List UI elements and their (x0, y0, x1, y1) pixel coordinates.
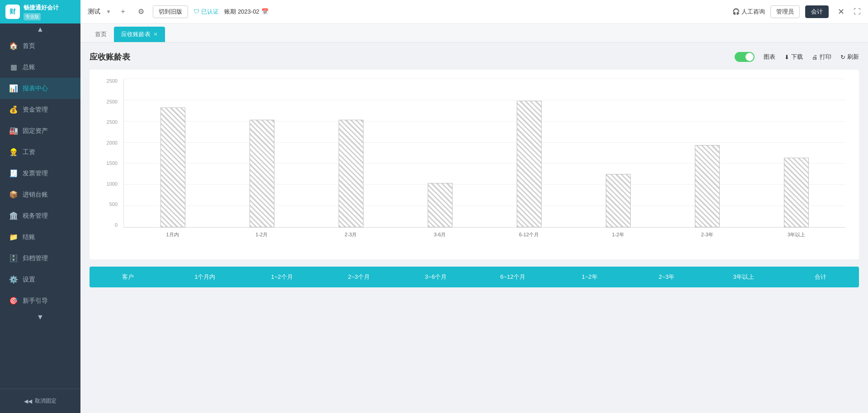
x-label-2-3month: 2-3月 (337, 231, 364, 238)
sidebar-item-fixed-assets[interactable]: 🏭 固定资产 (0, 120, 80, 141)
inventory-icon: 📦 (9, 190, 18, 199)
bar-2-3month (339, 120, 363, 227)
topbar-right: 🎧 人工咨询 管理员 会计 (732, 5, 829, 18)
sidebar-item-archive[interactable]: 🗄️ 归档管理 (0, 248, 80, 269)
sidebar-item-home[interactable]: 🏠 首页 (0, 35, 80, 56)
bar-6-12month (517, 101, 542, 227)
tab-aging-report[interactable]: 应收账龄表 ✕ (114, 27, 165, 42)
bar-1month (160, 108, 185, 227)
add-button[interactable]: ＋ (117, 5, 129, 18)
certified-badge: 🛡 已认证 (193, 8, 219, 16)
project-dropdown-icon[interactable]: ▼ (106, 9, 111, 15)
tab-home[interactable]: 首页 (88, 27, 114, 42)
certified-icon: 🛡 (193, 8, 199, 15)
main-area: 测试 ▼ ＋ ⚙ 切到旧版 🛡 已认证 账期 2023-02 📅 🎧 人工咨询 … (80, 0, 868, 413)
expand-window-button[interactable]: ⛶ (854, 8, 861, 16)
refresh-icon: ↻ (840, 54, 845, 61)
tab-close-button[interactable]: ✕ (153, 31, 158, 38)
x-label-2-3year: 2-3年 (693, 231, 721, 238)
project-name: 测试 (88, 8, 100, 16)
y-label-1000: 1000 (107, 182, 118, 187)
print-button[interactable]: 🖨 打印 (812, 53, 831, 61)
settings-button[interactable]: ⚙ (135, 5, 147, 18)
sidebar-item-settings[interactable]: ⚙️ 设置 (0, 269, 80, 290)
th-3-6month: 3~6个月 (397, 267, 474, 287)
sidebar-item-inventory[interactable]: 📦 进销台账 (0, 184, 80, 205)
accountant-button[interactable]: 会计 (805, 5, 829, 18)
download-button[interactable]: ⬇ 下载 (784, 53, 803, 61)
sidebar-item-label: 设置 (23, 276, 35, 284)
aging-table: 客户 1个月内 1~2个月 2~3个月 3~6个月 6~12个月 1~2年 2~… (90, 267, 859, 287)
x-label-6-12month: 6-12个月 (515, 231, 542, 238)
bar-1-2month (250, 120, 274, 227)
sidebar-item-guide[interactable]: 🎯 新手引导 (0, 290, 80, 311)
report-actions: 图表 ⬇ 下载 🖨 打印 ↻ 刷新 (735, 52, 859, 62)
pin-icon: ◀◀ (24, 398, 32, 404)
sidebar-item-invoice[interactable]: 🧾 发票管理 (0, 163, 80, 184)
th-1-2month: 1~2个月 (243, 267, 320, 287)
report-title: 应收账龄表 (90, 52, 735, 62)
print-icon: 🖨 (812, 54, 818, 61)
th-total: 合计 (782, 267, 859, 287)
sidebar-item-funds[interactable]: 💰 资金管理 (0, 99, 80, 120)
consult-button[interactable]: 🎧 人工咨询 (732, 8, 765, 16)
app-logo-icon: 财 (5, 5, 20, 19)
x-label-3plus: 3年以上 (783, 231, 810, 238)
bar-1-2year (606, 174, 631, 227)
reports-icon: 📊 (9, 84, 18, 93)
tabbar: 首页 应收账龄表 ✕ (80, 23, 868, 42)
scroll-down-arrow[interactable]: ▼ (0, 311, 80, 323)
y-label-500: 500 (109, 202, 118, 207)
sidebar-item-label: 工资 (23, 148, 35, 156)
chart-toggle[interactable] (735, 52, 755, 62)
sidebar-item-label: 进销台账 (23, 191, 48, 199)
close-period-icon: 📁 (9, 233, 18, 241)
sidebar-item-tax[interactable]: 🏛️ 税务管理 (0, 205, 80, 226)
sidebar-item-label: 结账 (23, 233, 35, 241)
refresh-button[interactable]: ↻ 刷新 (840, 53, 859, 61)
y-label-2000: 2000 (107, 141, 118, 145)
th-3plus: 3年以上 (705, 267, 782, 287)
sidebar-item-label: 发票管理 (23, 169, 48, 178)
app-logo-text: 畅捷通好会计 专业版 (24, 4, 59, 20)
manager-button[interactable]: 管理员 (770, 5, 800, 18)
sidebar-item-label: 归档管理 (23, 254, 48, 263)
chart-toggle-label: 图表 (764, 53, 775, 61)
fixed-assets-icon: 🏭 (9, 127, 18, 135)
close-window-button[interactable]: ✕ (834, 7, 848, 17)
calendar-icon[interactable]: 📅 (261, 8, 269, 15)
th-1-2year: 1~2年 (551, 267, 628, 287)
download-icon: ⬇ (784, 54, 789, 61)
bar-3plus-year (784, 158, 809, 227)
th-6-12month: 6~12个月 (474, 267, 551, 287)
tab-aging-label: 应收账龄表 (121, 30, 151, 38)
x-label-1-2month: 1-2月 (248, 231, 275, 238)
sidebar-item-label: 税务管理 (23, 212, 48, 220)
y-label-2500b: 2500 (107, 99, 118, 104)
home-icon: 🏠 (9, 42, 18, 50)
sidebar-item-reports[interactable]: 📊 报表中心 (0, 78, 80, 99)
th-customer: 客户 (90, 267, 166, 287)
archive-icon: 🗄️ (9, 254, 18, 263)
sidebar-item-label: 首页 (23, 42, 35, 50)
sidebar-item-ledger[interactable]: ▦ 总账 (0, 56, 80, 78)
bar-2-3year (695, 145, 720, 227)
page-content: 应收账龄表 图表 ⬇ 下载 🖨 打印 ↻ 刷新 (80, 42, 868, 413)
ledger-icon: ▦ (9, 63, 18, 71)
th-1month: 1个月内 (166, 267, 243, 287)
settings-icon: ⚙️ (9, 275, 18, 284)
scroll-up-arrow[interactable]: ▲ (0, 23, 80, 35)
sidebar-item-label: 报表中心 (23, 84, 48, 93)
sidebar-logo: 财 畅捷通好会计 专业版 (0, 0, 80, 23)
tab-home-label: 首页 (95, 30, 107, 38)
sidebar-item-salary[interactable]: 👷 工资 (0, 141, 80, 163)
sidebar-item-close-period[interactable]: 📁 结账 (0, 226, 80, 248)
guide-icon: 🎯 (9, 296, 18, 305)
switch-old-version-button[interactable]: 切到旧版 (153, 5, 188, 18)
headset-icon: 🎧 (732, 8, 740, 15)
x-label-3-6month: 3-6月 (426, 231, 453, 238)
period-display: 账期 2023-02 📅 (224, 8, 269, 16)
sidebar-item-label: 新手引导 (23, 297, 48, 305)
sidebar-item-label: 固定资产 (23, 127, 48, 135)
unpin-sidebar-button[interactable]: ◀◀ 取消固定 (0, 394, 80, 408)
